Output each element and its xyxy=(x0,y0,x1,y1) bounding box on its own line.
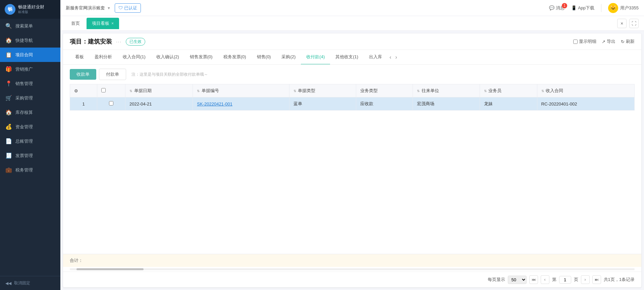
receivables-tab-label: 收款单 xyxy=(76,72,90,77)
subnav-receivepay[interactable]: 收付款(4) xyxy=(301,50,330,65)
export-label: 导出 xyxy=(607,39,615,45)
refresh-label: 刷新 xyxy=(626,39,635,45)
row-number[interactable]: SK-20220421-001 xyxy=(193,97,289,111)
page-prefix: 第 xyxy=(552,277,556,283)
payments-tab-button[interactable]: 付款单 xyxy=(99,69,126,80)
subnav-prev-arrow[interactable]: ‹ xyxy=(387,52,393,63)
cart-icon: 🛒 xyxy=(5,95,12,101)
app-name: 畅捷通好业财 xyxy=(18,4,44,10)
sidebar: 畅 畅捷通好业财 标准版 🔍 搜索菜单 🏠 快捷导航 📋 项目合同 🎁 营销推广… xyxy=(0,0,60,290)
expand-window-button[interactable]: ⛶ xyxy=(629,19,639,28)
show-detail-input[interactable] xyxy=(573,40,578,44)
scrollbar-thumb[interactable] xyxy=(76,268,144,270)
more-options-button[interactable]: ··· xyxy=(116,39,122,44)
app-download-button[interactable]: 📱 App下载 xyxy=(571,5,594,11)
subnav-next-arrow[interactable]: › xyxy=(393,52,399,63)
subtab-note: 注：这里是与项目关联的全部收付款单哦～ xyxy=(131,72,208,77)
refresh-button[interactable]: ↻ 刷新 xyxy=(621,39,635,45)
page-input[interactable] xyxy=(559,276,571,284)
row-checkbox[interactable] xyxy=(97,97,125,111)
last-page-button[interactable]: ⏭ xyxy=(592,275,601,284)
main-area: 新服务官网演示账套 ▼ 🛡 已认证 💬 消息 1 📱 App下载 🐱 用户335… xyxy=(60,0,644,290)
subnav-tax-invoice[interactable]: 税务发票(0) xyxy=(218,50,252,65)
gift-icon: 🎁 xyxy=(5,66,12,72)
data-table: ⚙ ⇅ 单据日期 ⇅ 单据编号 ⇅ 单据类型 xyxy=(70,84,635,111)
per-page-select[interactable]: 50 20 100 xyxy=(508,276,527,284)
page-suffix: 页 xyxy=(574,277,578,283)
sidebar-item-invoice[interactable]: 🧾 发票管理 xyxy=(0,148,60,163)
sidebar-item-finance[interactable]: 💰 资金管理 xyxy=(0,120,60,134)
subnav-sales[interactable]: 销售(0) xyxy=(252,50,276,65)
close-window-button[interactable]: × xyxy=(617,19,627,28)
project-title: 项目：建筑安装 xyxy=(70,38,112,46)
th-number[interactable]: ⇅ 单据编号 xyxy=(193,84,289,97)
project-header: 项目：建筑安装 ··· 已生效 显示明细 ↗ 导出 ↻ 刷新 xyxy=(63,33,641,50)
certified-label: 已认证 xyxy=(124,5,137,11)
th-salesperson[interactable]: ⇅ 业务员 xyxy=(480,84,537,97)
subnav-kanban[interactable]: 看板 xyxy=(70,50,89,65)
tab-project-board[interactable]: 项目看板 × xyxy=(87,18,119,29)
subnav-sales-invoice[interactable]: 销售发票(0) xyxy=(184,50,218,65)
row-select-checkbox[interactable] xyxy=(109,101,113,105)
sidebar-item-purchase[interactable]: 🛒 采购管理 xyxy=(0,91,60,105)
user-menu[interactable]: 🐱 用户3355 xyxy=(608,3,639,13)
th-date[interactable]: ⇅ 单据日期 xyxy=(125,84,193,97)
sidebar-label-purchase: 采购管理 xyxy=(15,95,33,101)
sidebar-item-tax[interactable]: 💼 税务管理 xyxy=(0,163,60,177)
app-edition: 标准版 xyxy=(18,10,44,14)
th-partner[interactable]: ⇅ 往来单位 xyxy=(413,84,480,97)
th-type[interactable]: ⇅ 单据类型 xyxy=(289,84,356,97)
next-page-button[interactable]: › xyxy=(581,275,590,284)
close-tab-icon[interactable]: × xyxy=(111,21,114,26)
subnav-income-confirm[interactable]: 收入确认(2) xyxy=(151,50,184,65)
th-settings[interactable]: ⚙ xyxy=(70,84,97,97)
receivables-tab-button[interactable]: 收款单 xyxy=(70,69,96,80)
row-income-contract: RC-20220401-002 xyxy=(537,97,634,111)
topbar-project-selector[interactable]: 新服务官网演示账套 ▼ xyxy=(66,5,111,11)
row-type: 蓝单 xyxy=(289,97,356,111)
topbar-certified-badge: 🛡 已认证 xyxy=(115,3,141,13)
subnav: 看板 盈利分析 收入合同(1) 收入确认(2) 销售发票(0) 税务发票(0) … xyxy=(63,50,641,65)
topbar-divider xyxy=(601,4,601,12)
scrollbar-track xyxy=(70,268,635,270)
sidebar-item-marketing[interactable]: 🎁 营销推广 xyxy=(0,62,60,76)
subnav-inout[interactable]: 出入库 xyxy=(364,50,387,65)
row-salesperson: 龙妹 xyxy=(480,97,537,111)
sidebar-label-shortcut: 快捷导航 xyxy=(15,38,33,44)
subnav-purchase[interactable]: 采购(2) xyxy=(276,50,301,65)
invoice-icon: 🧾 xyxy=(5,152,12,159)
tab-home[interactable]: 首页 xyxy=(66,18,85,29)
row-number-link[interactable]: SK-20220421-001 xyxy=(197,101,232,106)
tabbar: 首页 项目看板 × × ⛶ xyxy=(60,16,644,31)
tax-icon: 💼 xyxy=(5,167,12,173)
horizontal-scrollbar[interactable] xyxy=(63,267,641,272)
sidebar-item-sales[interactable]: 📍 销售管理 xyxy=(0,76,60,91)
sidebar-item-shortcut[interactable]: 🏠 快捷导航 xyxy=(0,33,60,48)
export-button[interactable]: ↗ 导出 xyxy=(602,39,615,45)
app-download-label: App下载 xyxy=(578,5,594,11)
subnav-other-income[interactable]: 其他收支(1) xyxy=(330,50,364,65)
sidebar-item-project[interactable]: 📋 项目合同 xyxy=(0,48,60,62)
select-all-checkbox[interactable] xyxy=(101,88,106,92)
user-label: 用户3355 xyxy=(620,5,639,11)
message-icon: 💬 xyxy=(549,5,554,10)
prev-page-button[interactable]: ‹ xyxy=(541,275,549,284)
show-detail-checkbox[interactable]: 显示明细 xyxy=(573,39,596,45)
inventory-icon: 🏠 xyxy=(5,109,12,116)
first-page-button[interactable]: ⏮ xyxy=(529,275,538,284)
ledger-icon: 📄 xyxy=(5,138,12,144)
sidebar-label-finance: 资金管理 xyxy=(15,124,33,130)
sidebar-item-inventory[interactable]: 🏠 库存核算 xyxy=(0,105,60,120)
th-income-contract[interactable]: ⇅ 收入合同 xyxy=(537,84,634,97)
project-label-prefix: 项目： xyxy=(70,38,88,45)
row-biz-type: 应收款 xyxy=(356,97,413,111)
sidebar-unpin[interactable]: ◀◀ 取消固定 xyxy=(0,276,60,290)
subnav-income-contract[interactable]: 收入合同(1) xyxy=(117,50,151,65)
tabbar-actions: × ⛶ xyxy=(617,19,639,28)
sidebar-label-marketing: 营销推广 xyxy=(15,66,33,72)
subnav-profit[interactable]: 盈利分析 xyxy=(89,50,117,65)
sidebar-item-ledger[interactable]: 📄 总账管理 xyxy=(0,134,60,148)
messages-button[interactable]: 💬 消息 1 xyxy=(549,5,565,11)
sidebar-item-search[interactable]: 🔍 搜索菜单 xyxy=(0,19,60,33)
sidebar-label-ledger: 总账管理 xyxy=(15,138,33,144)
